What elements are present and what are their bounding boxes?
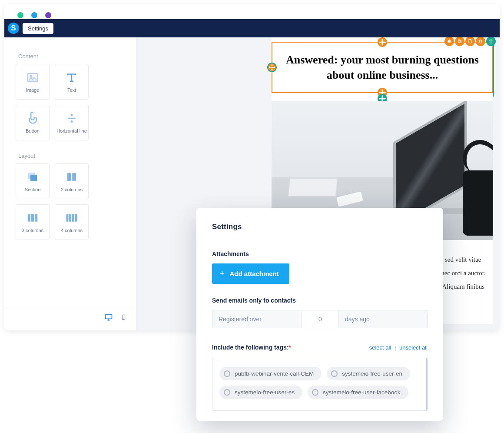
- sidebar: Content Image Text Button Horizontal lin…: [4, 37, 136, 330]
- tag-chip[interactable]: systemeio-free-user-en: [327, 367, 410, 380]
- settings-button[interactable]: Settings: [23, 23, 53, 34]
- tag-chip[interactable]: systemeio-free-user-es: [219, 386, 302, 399]
- tile-horizontal-line[interactable]: Horizontal line: [55, 105, 89, 140]
- svg-rect-9: [28, 214, 30, 222]
- registered-over-select[interactable]: Registered over: [212, 310, 302, 328]
- send-only-label: Send emails only to contacts: [212, 297, 428, 304]
- sidebar-content-label: Content: [18, 53, 125, 60]
- tags-box[interactable]: pubfb-webinar-vente-call-CEM systemeio-f…: [212, 358, 428, 411]
- svg-rect-19: [459, 40, 461, 43]
- layout-tile-grid: Section 2 columns 3 columns 4 columns: [16, 163, 125, 240]
- tile-2cols[interactable]: 2 columns: [55, 163, 89, 199]
- desktop-view-button[interactable]: [104, 313, 113, 322]
- tile-text[interactable]: Text: [55, 64, 89, 100]
- tile-hr-label: Horizontal line: [56, 128, 87, 133]
- email-headline[interactable]: Answered: your most burning questions ab…: [281, 52, 484, 83]
- block-approve-button[interactable]: [486, 37, 496, 46]
- section-icon: [26, 170, 39, 183]
- trash-icon: [488, 39, 494, 44]
- svg-rect-8: [72, 173, 76, 181]
- add-attachment-button[interactable]: + Add attachment: [212, 263, 289, 284]
- svg-rect-16: [106, 314, 112, 319]
- svg-rect-10: [31, 214, 34, 222]
- tile-button-label: Button: [26, 128, 40, 133]
- add-above-handle[interactable]: [378, 37, 387, 47]
- pointer-icon: [26, 112, 39, 125]
- image-icon: [26, 71, 39, 84]
- mobile-view-button[interactable]: [119, 313, 128, 322]
- plus-icon: +: [220, 269, 225, 278]
- registration-filter-row: Registered over days ago: [212, 310, 428, 328]
- separator: |: [395, 344, 396, 351]
- device-toggle-bar: [4, 309, 136, 325]
- text-icon: [65, 71, 78, 84]
- svg-rect-20: [458, 40, 461, 43]
- trash-icon: [478, 39, 483, 44]
- svg-rect-15: [75, 214, 77, 222]
- tag-label: systemeio-free-user-facebook: [323, 389, 401, 396]
- window-controls: [17, 12, 51, 18]
- block-settings-button[interactable]: [444, 37, 454, 46]
- radio-icon: [224, 370, 230, 377]
- headline-block[interactable]: Answered: your most burning questions ab…: [272, 42, 493, 93]
- window-max-dot[interactable]: [45, 12, 51, 18]
- tag-label: systemeio-free-user-en: [342, 370, 402, 377]
- sidebar-layout-label: Layout: [18, 153, 125, 159]
- block-save-button[interactable]: [465, 37, 475, 46]
- tile-4cols[interactable]: 4 columns: [55, 204, 89, 240]
- svg-rect-6: [30, 175, 37, 181]
- radio-icon: [331, 370, 338, 377]
- svg-rect-3: [68, 118, 76, 119]
- window-close-dot[interactable]: [17, 12, 23, 18]
- content-tile-grid: Image Text Button Horizontal line: [16, 64, 125, 140]
- svg-rect-11: [35, 214, 37, 222]
- unselect-all-link[interactable]: unselect all: [399, 344, 428, 351]
- tag-label: pubfb-webinar-vente-call-CEM: [235, 370, 314, 377]
- include-tags-label: Include the following tags:: [212, 344, 289, 351]
- add-attachment-label: Add attachment: [230, 270, 279, 277]
- move-icon: [268, 63, 276, 71]
- attachments-label: Attachments: [212, 250, 428, 257]
- tag-chip[interactable]: systemeio-free-user-facebook: [308, 386, 408, 399]
- top-bar: S Settings: [4, 19, 500, 37]
- days-input[interactable]: [302, 310, 339, 328]
- tile-button[interactable]: Button: [16, 105, 50, 140]
- svg-rect-7: [67, 173, 71, 181]
- block-toolbar: [444, 37, 496, 46]
- tags-header: Include the following tags:* select all …: [212, 344, 428, 351]
- tag-chip[interactable]: pubfb-webinar-vente-call-CEM: [219, 367, 322, 380]
- tile-2cols-label: 2 columns: [61, 187, 83, 192]
- block-delete-button[interactable]: [476, 37, 485, 46]
- copy-icon: [457, 39, 462, 44]
- plus-icon: [378, 37, 387, 47]
- three-columns-icon: [26, 211, 39, 224]
- days-ago-select[interactable]: days ago: [339, 310, 428, 328]
- settings-dialog: Settings Attachments + Add attachment Se…: [196, 208, 443, 421]
- window-min-dot[interactable]: [31, 12, 37, 18]
- required-asterisk: *: [289, 344, 291, 351]
- app-logo-icon: S: [8, 23, 19, 34]
- svg-point-4: [71, 120, 73, 123]
- mobile-icon: [120, 313, 127, 322]
- tile-4cols-label: 4 columns: [61, 228, 83, 233]
- tile-image-label: Image: [26, 87, 40, 93]
- tile-image[interactable]: Image: [16, 64, 50, 100]
- svg-point-18: [123, 319, 123, 319]
- gear-icon: [447, 39, 452, 44]
- tag-label: systemeio-free-user-es: [235, 389, 295, 396]
- svg-rect-22: [470, 39, 471, 40]
- move-handle[interactable]: [267, 63, 277, 72]
- radio-icon: [224, 389, 230, 396]
- tile-3cols-label: 3 columns: [22, 228, 43, 233]
- svg-rect-14: [72, 214, 74, 222]
- svg-point-1: [30, 76, 32, 77]
- block-duplicate-button[interactable]: [455, 37, 464, 46]
- hr-icon: [65, 112, 78, 125]
- radio-icon: [312, 389, 318, 396]
- tile-section-label: Section: [25, 187, 41, 192]
- tile-3cols[interactable]: 3 columns: [16, 204, 50, 240]
- svg-rect-13: [69, 214, 71, 222]
- svg-rect-12: [66, 214, 69, 222]
- tile-section[interactable]: Section: [16, 163, 50, 199]
- select-all-link[interactable]: select all: [369, 344, 391, 351]
